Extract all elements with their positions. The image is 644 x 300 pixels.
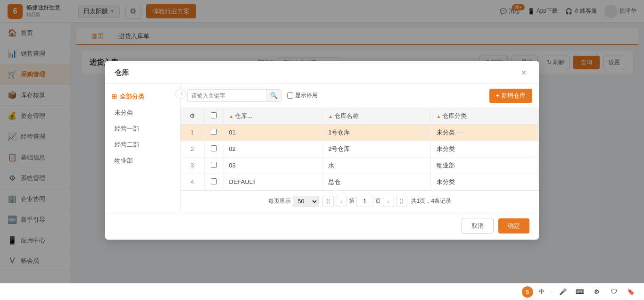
col-name: ▲仓库名称 xyxy=(322,108,430,125)
bottom-bar: S 中 · 🎤 ⌨ ⚙ 🛡 🔖 xyxy=(0,283,644,300)
page-nav: ⟨⟨ ‹ 第 页 › ⟩⟩ xyxy=(322,196,407,207)
search-input[interactable] xyxy=(188,90,266,101)
cell-code-2: 02 xyxy=(223,141,322,157)
category-header[interactable]: ⊞ 全部分类 xyxy=(105,89,180,105)
table-header-row: ⚙ ▲仓库... ▲仓库名称 ▲仓库分类 xyxy=(181,108,539,125)
show-disabled-label[interactable]: 显示停用 xyxy=(287,92,318,100)
table-row[interactable]: 2 02 2号仓库 未分类 xyxy=(181,141,539,157)
page-input[interactable] xyxy=(356,196,373,207)
dialog-body: ⊞ 全部分类 《 未分类 经营一部 经营二部 物业部 🔍 xyxy=(105,84,539,212)
category-item-unclassified[interactable]: 未分类 xyxy=(105,105,180,121)
dialog-footer: 取消 确定 xyxy=(105,212,539,240)
category-panel: ⊞ 全部分类 《 未分类 经营一部 经营二部 物业部 xyxy=(105,84,181,212)
bookmark-icon[interactable]: 🔖 xyxy=(625,286,636,298)
search-icon[interactable]: 🔍 xyxy=(266,90,281,101)
settings-icon-bottom[interactable]: ⚙ xyxy=(591,286,603,298)
cell-name-3: 水 xyxy=(322,157,430,174)
search-box: 🔍 xyxy=(187,89,281,102)
warehouse-dialog: 仓库 × ⊞ 全部分类 《 未分类 经营一部 经营二部 物业部 xyxy=(105,61,539,240)
show-disabled-checkbox[interactable] xyxy=(287,92,293,99)
sort-name-icon: ▲ xyxy=(328,114,333,119)
select-all-checkbox[interactable] xyxy=(211,112,217,118)
cell-name-1: 1号仓库 xyxy=(322,124,430,141)
first-page-button[interactable]: ⟨⟨ xyxy=(322,196,334,207)
cell-check-2[interactable] xyxy=(204,141,223,157)
cell-check-4[interactable] xyxy=(204,174,223,190)
table-row[interactable]: 1 01 1号仓库 未分类 ··· xyxy=(181,124,539,141)
mic-icon[interactable]: 🎤 xyxy=(557,286,569,298)
category-item-op2[interactable]: 经营二部 xyxy=(105,137,180,153)
col-settings: ⚙ xyxy=(181,108,204,125)
s-logo: S xyxy=(522,286,533,298)
table-row[interactable]: 4 DEFAULT 总仓 未分类 xyxy=(181,174,539,190)
content-panel: 🔍 显示停用 + 新增仓库 ⚙ xyxy=(181,84,539,212)
dot-label: · xyxy=(550,289,552,295)
confirm-button[interactable]: 确定 xyxy=(498,218,529,233)
data-table: ⚙ ▲仓库... ▲仓库名称 ▲仓库分类 1 01 xyxy=(181,108,539,191)
cell-no-4: 4 xyxy=(181,174,204,190)
cell-category-4: 未分类 xyxy=(430,174,538,190)
add-warehouse-button[interactable]: + 新增仓库 xyxy=(489,89,532,103)
cell-check-1[interactable] xyxy=(204,124,223,141)
next-page-button[interactable]: › xyxy=(383,196,394,207)
category-header-label: 全部分类 xyxy=(120,92,144,101)
col-code: ▲仓库... xyxy=(223,108,322,125)
page-suffix: 页 xyxy=(375,197,381,205)
prev-page-button[interactable]: ‹ xyxy=(336,196,347,207)
cell-code-4: DEFAULT xyxy=(223,174,322,190)
per-page-section: 每页显示 50 10 20 100 xyxy=(268,196,319,207)
collapse-button[interactable]: 《 xyxy=(175,89,186,99)
page-label: 第 xyxy=(349,197,355,205)
last-page-button[interactable]: ⟩⟩ xyxy=(396,196,407,207)
cancel-button[interactable]: 取消 xyxy=(462,218,494,234)
sort-code-icon: ▲ xyxy=(229,114,234,119)
cell-no-1: 1 xyxy=(181,124,204,141)
pagination: 每页显示 50 10 20 100 ⟨⟨ ‹ 第 页 xyxy=(181,191,539,212)
content-toolbar: 🔍 显示停用 + 新增仓库 xyxy=(181,84,539,108)
category-header-icon: ⊞ xyxy=(112,93,117,100)
cell-category-3: 物业部 xyxy=(430,157,538,174)
show-disabled-text: 显示停用 xyxy=(295,92,318,100)
zh-label[interactable]: 中 xyxy=(539,288,545,296)
shield-icon[interactable]: 🛡 xyxy=(608,286,619,298)
category-item-op1[interactable]: 经营一部 xyxy=(105,121,180,137)
dialog-close-button[interactable]: × xyxy=(518,67,529,79)
modal-overlay: 仓库 × ⊞ 全部分类 《 未分类 经营一部 经营二部 物业部 xyxy=(0,0,644,300)
cell-code-1: 01 xyxy=(223,124,322,141)
cell-no-3: 3 xyxy=(181,157,204,174)
col-category: ▲仓库分类 xyxy=(430,108,538,125)
dialog-title: 仓库 xyxy=(115,68,129,77)
table-row[interactable]: 3 03 水 物业部 xyxy=(181,157,539,174)
cell-category-1: 未分类 ··· xyxy=(430,124,538,141)
sort-category-icon: ▲ xyxy=(437,114,441,119)
keyboard-icon[interactable]: ⌨ xyxy=(574,286,586,298)
dialog-header: 仓库 × xyxy=(105,61,539,84)
warehouse-table: ⚙ ▲仓库... ▲仓库名称 ▲仓库分类 1 01 xyxy=(181,108,539,191)
cell-category-2: 未分类 xyxy=(430,141,538,157)
cell-name-4: 总仓 xyxy=(322,174,430,190)
more-button-1[interactable]: ··· xyxy=(456,128,465,136)
col-check xyxy=(204,108,223,125)
category-item-property[interactable]: 物业部 xyxy=(105,153,180,169)
per-page-label: 每页显示 xyxy=(268,197,291,205)
cell-check-3[interactable] xyxy=(204,157,223,174)
cell-no-2: 2 xyxy=(181,141,204,157)
cell-code-3: 03 xyxy=(223,157,322,174)
per-page-select[interactable]: 50 10 20 100 xyxy=(293,196,319,207)
cell-name-2: 2号仓库 xyxy=(322,141,430,157)
page-total-text: 共1页，4条记录 xyxy=(411,197,451,205)
